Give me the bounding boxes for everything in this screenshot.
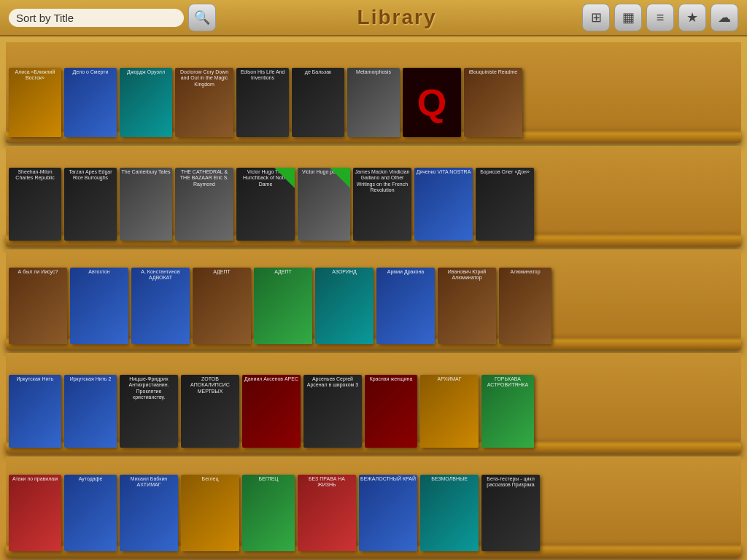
book-item[interactable]: ГОРЬКАВА АСТРОВИТЯНКА	[481, 375, 534, 448]
book-item[interactable]: Дяченко VITA NOSTRA	[414, 168, 473, 241]
book-item[interactable]: Борисов Олег «Дон»	[476, 168, 534, 241]
book-title: Doctorow Cory Down and Out in the Magic …	[175, 68, 233, 89]
book-title: James Mackin Vindician Galliano and Othe…	[353, 168, 411, 195]
book-item[interactable]: Victor Hugo portrait	[298, 168, 350, 241]
book-item[interactable]: Иркутская Нить 2	[64, 375, 117, 448]
shelf-2-books: Sheehan-Milon Charles RepublicTarzan Ape…	[9, 168, 738, 242]
book-title: Автохтон	[70, 268, 128, 276]
page-title: Library	[216, 6, 578, 29]
bookshelf: Алиса «Ближний Восток»Дело о СмертиДжорд…	[0, 36, 747, 560]
star-icon: ★	[686, 9, 698, 26]
book-title: Даниил Аксенов АРЕС	[242, 375, 301, 384]
book-title: iBouquiniste Readme	[464, 68, 522, 77]
book-item[interactable]: Джордж Оруэлл	[120, 68, 172, 137]
book-title: БЕГЛЕЦ	[242, 475, 295, 483]
book-title: АДЕПТ	[193, 268, 251, 276]
sort-input-wrap	[9, 9, 184, 27]
book-title: Атаки по правилам	[9, 475, 61, 483]
list-view-button[interactable]: ≡	[646, 4, 674, 31]
grid-view-button[interactable]: ⊞	[582, 4, 610, 31]
book-title: Алюминатор	[499, 268, 551, 276]
book-item[interactable]: Аутодафе	[64, 475, 117, 551]
book-title: А. Константинов АДВОКАТ	[131, 268, 190, 283]
book-item[interactable]: THE CATHEDRAL & THE BAZAAR Eric S. Raymo…	[175, 168, 233, 241]
sort-input[interactable]	[16, 12, 155, 24]
book-item[interactable]: ZOTOB АПОКАЛИПСИС МЕРТВЫХ	[181, 375, 239, 448]
book-item[interactable]: БЕЖАЛОСТНЫЙ КРАЙ	[359, 475, 417, 551]
book-title: Армии Дракона	[376, 268, 435, 276]
ribbon-badge	[274, 168, 295, 188]
book-title: Sheehan-Milon Charles Republic	[9, 168, 61, 183]
book-title: БЕЗ ПРАВА НА ЖИЗНЬ	[298, 475, 356, 490]
book-item[interactable]: Ницше-Фридрих Антихристианин. Проклятие …	[120, 375, 178, 448]
book-item[interactable]: Автохтон	[70, 268, 128, 344]
book-title: Алиса «Ближний Восток»	[9, 68, 61, 83]
book-title: БЕЖАЛОСТНЫЙ КРАЙ	[359, 475, 417, 483]
book-title: Ницше-Фридрих Антихристианин. Проклятие …	[120, 375, 178, 402]
book-item[interactable]: Sheehan-Milon Charles Republic	[9, 168, 61, 241]
book-item[interactable]: Михаил Бабкин АХТИМАГ	[120, 475, 178, 551]
cloud-button[interactable]: ☁	[711, 4, 738, 31]
favorites-button[interactable]: ★	[678, 4, 706, 31]
search-button[interactable]: 🔍	[188, 4, 216, 31]
book-item[interactable]: БЕЗМОЛВНЫЕ	[420, 475, 479, 551]
book-item[interactable]: Атаки по правилам	[9, 475, 61, 551]
book-item[interactable]: The Canterbury Tales	[120, 168, 172, 241]
q-letter: Q	[417, 84, 446, 122]
book-item[interactable]: Алиса «Ближний Восток»	[9, 68, 61, 137]
ribbon-badge	[330, 168, 350, 188]
book-title: Edison His Life And Inventions	[236, 68, 289, 83]
book-item[interactable]: АЗОРИНД	[315, 268, 374, 344]
book-item[interactable]: А был ли Иисус?	[9, 268, 67, 344]
book-title: Беглец	[181, 475, 239, 483]
book-item[interactable]: А. Константинов АДВОКАТ	[131, 268, 190, 344]
shelf-5-books: Атаки по правиламАутодафеМихаил Бабкин А…	[9, 475, 738, 553]
book-title: БЕЗМОЛВНЫЕ	[420, 475, 479, 483]
book-item[interactable]: Армии Дракона	[376, 268, 435, 344]
shelf-1-books: Алиса «Ближний Восток»Дело о СмертиДжорд…	[9, 68, 738, 139]
book-title: АРХИМАГ	[420, 375, 479, 384]
book-title: ZOTOB АПОКАЛИПСИС МЕРТВЫХ	[181, 375, 239, 396]
book-item[interactable]: Алюминатор	[499, 268, 551, 344]
book-title: The Canterbury Tales	[120, 168, 172, 176]
book-title: АДЕПТ	[254, 268, 312, 276]
book-item[interactable]: Metamorphosis	[347, 68, 400, 137]
book-item[interactable]: Арсеньев Сергей Арсенал в широком 3	[303, 375, 362, 448]
book-item[interactable]: Doctorow Cory Down and Out in the Magic …	[175, 68, 233, 137]
columns-icon: ▦	[622, 9, 635, 26]
cloud-icon: ☁	[718, 9, 731, 26]
book-item[interactable]: Дело о Смерти	[64, 68, 117, 137]
book-title: Metamorphosis	[347, 68, 400, 77]
shelf-3: А был ли Иисус?АвтохтонА. Константинов А…	[6, 249, 741, 350]
book-title: THE CATHEDRAL & THE BAZAAR Eric S. Raymo…	[175, 168, 233, 189]
book-item[interactable]: Иркутская Нить	[9, 375, 61, 448]
book-item[interactable]: БЕЗ ПРАВА НА ЖИЗНЬ	[298, 475, 356, 551]
columns-view-button[interactable]: ▦	[614, 4, 642, 31]
book-item[interactable]: Edison His Life And Inventions	[236, 68, 289, 137]
book-item[interactable]: Иванович Юрий Алюминатор	[438, 268, 496, 344]
book-item[interactable]: James Mackin Vindician Galliano and Othe…	[353, 168, 411, 241]
book-item[interactable]: Бета-тестеры - цикл рассказов Призрака	[481, 475, 540, 551]
book-item[interactable]: iBouquiniste Readme	[464, 68, 522, 137]
book-item[interactable]: Беглец	[181, 475, 239, 551]
book-title: Арсеньев Сергей Арсенал в широком 3	[303, 375, 362, 390]
book-item[interactable]: Victor Hugo The Hunchback of Notre Dame	[236, 168, 295, 241]
book-item[interactable]: Tarzan Apes Edgar Rice Burroughs	[64, 168, 117, 241]
book-title: Дяченко VITA NOSTRA	[414, 168, 473, 176]
book-item[interactable]: Даниил Аксенов АРЕС	[242, 375, 301, 448]
book-title: Дело о Смерти	[64, 68, 117, 77]
book-item[interactable]: Красная женщина	[365, 375, 417, 448]
book-item[interactable]: Q	[403, 68, 461, 137]
list-icon: ≡	[657, 10, 665, 26]
shelf-1: Алиса «Ближний Восток»Дело о СмертиДжорд…	[6, 42, 741, 143]
book-title: Аутодафе	[64, 475, 117, 483]
book-title: Бета-тестеры - цикл рассказов Призрака	[481, 475, 540, 490]
book-item[interactable]: де Бальзак	[292, 68, 344, 137]
book-item[interactable]: АДЕПТ	[254, 268, 312, 344]
book-item[interactable]: АДЕПТ	[193, 268, 251, 344]
shelf-4-books: Иркутская НитьИркутская Нить 2Ницше-Фрид…	[9, 375, 738, 449]
shelf-5: Атаки по правиламАутодафеМихаил Бабкин А…	[6, 456, 741, 557]
book-item[interactable]: БЕГЛЕЦ	[242, 475, 295, 551]
book-item[interactable]: АРХИМАГ	[420, 375, 479, 448]
book-title: Джордж Оруэлл	[120, 68, 172, 77]
